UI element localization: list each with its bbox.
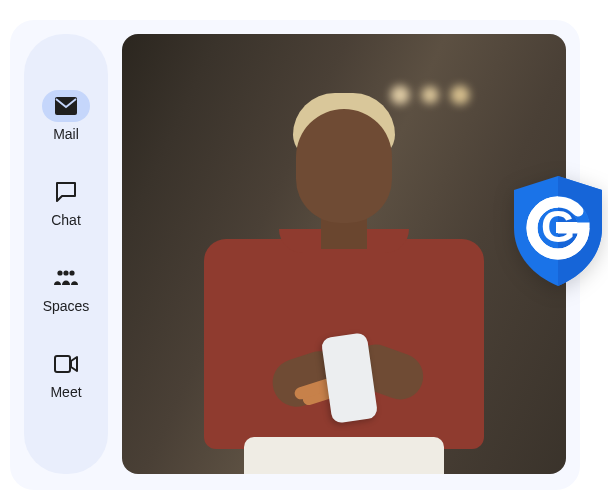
- hero-photo: [122, 34, 566, 474]
- spaces-icon: [42, 262, 90, 294]
- app-container: Mail Chat Spaces: [10, 20, 580, 490]
- sidebar-item-label: Chat: [51, 212, 81, 228]
- badge-letter: G: [541, 202, 575, 251]
- person-illustration: [194, 87, 494, 474]
- sidebar: Mail Chat Spaces: [24, 34, 108, 474]
- svg-point-0: [57, 270, 62, 275]
- sidebar-item-chat[interactable]: Chat: [42, 176, 90, 228]
- google-shield-badge: G: [508, 172, 608, 290]
- sidebar-item-label: Mail: [53, 126, 79, 142]
- mail-icon: [42, 90, 90, 122]
- sidebar-item-spaces[interactable]: Spaces: [42, 262, 90, 314]
- meet-icon: [42, 348, 90, 380]
- sidebar-item-label: Meet: [50, 384, 81, 400]
- sidebar-item-meet[interactable]: Meet: [42, 348, 90, 400]
- svg-point-2: [69, 270, 74, 275]
- svg-rect-3: [55, 356, 70, 372]
- sidebar-item-mail[interactable]: Mail: [42, 90, 90, 142]
- chat-icon: [42, 176, 90, 208]
- svg-point-1: [63, 270, 68, 275]
- sidebar-item-label: Spaces: [43, 298, 90, 314]
